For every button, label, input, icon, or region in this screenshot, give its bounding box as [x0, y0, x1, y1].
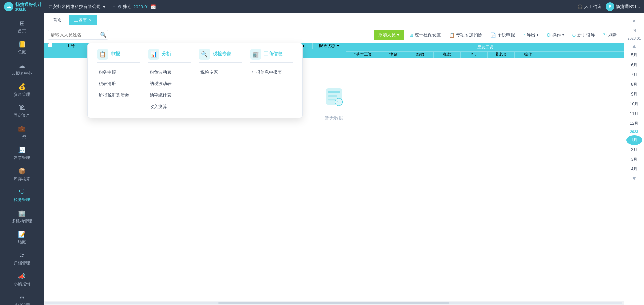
tab-home[interactable]: 首页 — [48, 15, 67, 25]
sidebar-item-fund-mgmt[interactable]: 💰 资金管理 — [0, 80, 44, 101]
tab-salary-label: 工资表 — [74, 17, 87, 23]
settings-icon[interactable]: ⚙ — [118, 4, 122, 9]
refresh-btn[interactable]: ↻ 刷新 — [600, 31, 620, 39]
sidebar-item-fixed-assets[interactable]: 🏗 固定资产 — [0, 101, 44, 122]
user-label: 畅捷通B组... — [616, 4, 640, 10]
cal-month-1-active[interactable]: 1月 — [626, 135, 642, 145]
sidebar-item-settlement[interactable]: 📝 结账 — [0, 227, 44, 249]
social-insurance-btn[interactable]: ⊞ 统一社保设置 — [407, 31, 444, 39]
assets-icon: 🏗 — [19, 104, 25, 111]
cal-month-8[interactable]: 8月 — [626, 80, 642, 89]
menu-item-tax-stats[interactable]: 纳税统计表 — [148, 89, 191, 101]
cal-month-12[interactable]: 12月 — [626, 119, 642, 128]
scrollbar-thumb[interactable] — [218, 302, 449, 304]
cal-month-6[interactable]: 6月 — [626, 60, 642, 70]
search-icon: 🔍 — [100, 32, 107, 38]
export-btn[interactable]: ↑ 导出 ▾ — [520, 31, 541, 39]
cal-month-7[interactable]: 7月 — [626, 70, 642, 80]
select-all-checkbox[interactable] — [48, 43, 52, 47]
deduct-label: 专项附加扣除 — [456, 32, 482, 38]
cal-month-3[interactable]: 3月 — [626, 155, 642, 164]
cal-month-2[interactable]: 2月 — [626, 145, 642, 155]
sidebar-label-fund-mgmt: 资金管理 — [14, 92, 30, 98]
menu-item-income-tax[interactable]: 所得税汇算清缴 — [97, 89, 140, 101]
cal-month-5[interactable]: 5月 — [626, 50, 642, 60]
app-subtitle: 旗舰版 — [15, 7, 42, 12]
th-deduct-label: 扣款 — [443, 52, 451, 58]
menu-item-tax-declare[interactable]: 税务申报 — [97, 67, 140, 78]
add-person-label: 添加人员 — [378, 32, 396, 38]
cloud-icon: ☁ — [19, 62, 25, 69]
content-area: 首页 工资表 × 🔍 添加人员 ▾ ⊞ 统一社保设置 📋 — [44, 13, 624, 305]
th-salary-group: 应发工资 *基本工资 津贴 绩效 扣款 合计 养老金 操作 — [346, 43, 624, 58]
calendar-nav-down[interactable]: ▼ — [630, 174, 638, 183]
sidebar-item-home[interactable]: ⊞ 首页 — [0, 16, 44, 37]
sidebar-item-basic-settings[interactable]: ⚙ 基础设置 — [0, 291, 44, 305]
archive-icon: 🗂 — [19, 252, 25, 259]
th-id: 工号 — [57, 43, 84, 49]
tab-salary[interactable]: 工资表 × — [69, 15, 97, 25]
sidebar-item-general-ledger[interactable]: 📒 总账 — [0, 37, 44, 59]
tax-report-btn[interactable]: 📄 个税申报 — [488, 31, 518, 39]
fenXi-icon: 📊 — [148, 49, 159, 60]
menu-item-income-calc[interactable]: 收入测算 — [148, 101, 191, 112]
gongShang-header: 🏢 工商信息 — [250, 49, 293, 63]
plus-icon[interactable]: ＋ — [112, 4, 116, 10]
sidebar-item-invoice[interactable]: 🧾 发票管理 — [0, 143, 44, 164]
tax-report-icon: 📄 — [490, 32, 496, 38]
cal-year-2023: 2023 — [630, 128, 638, 135]
sidebar-item-xiao-chang[interactable]: 📣 小畅报销 — [0, 269, 44, 291]
calendar-minimize-btn[interactable]: ⊡ — [630, 26, 639, 35]
avatar: B — [606, 2, 614, 11]
menu-item-tax-burden[interactable]: 税负波动表 — [148, 67, 191, 78]
shuiJian-header: 🔍 税检专家 — [199, 49, 242, 63]
tab-bar: 首页 工资表 × — [44, 13, 624, 27]
menu-item-annual-report[interactable]: 年报信息申报表 — [250, 67, 293, 78]
operation-icon: ⚙ — [546, 32, 551, 38]
guide-btn[interactable]: ⊙ 新手引导 — [569, 31, 598, 39]
gongShang-title: 工商信息 — [264, 51, 282, 57]
company-selector[interactable]: 西安虾米网络科技有限公司 ▾ — [46, 2, 108, 11]
menu-item-tax-wave[interactable]: 纳税波动表 — [148, 78, 191, 89]
search-input[interactable] — [51, 32, 98, 37]
th-checkbox[interactable] — [44, 43, 57, 47]
cal-month-10[interactable]: 10月 — [626, 99, 642, 109]
service-btn[interactable]: 🎧 人工咨询 — [577, 4, 602, 10]
th-id-label: 工号 — [67, 43, 75, 49]
th-deduct: 扣款 — [434, 52, 461, 58]
refresh-label: 刷新 — [608, 32, 617, 38]
menu-item-tax-table[interactable]: 税表清册 — [97, 78, 140, 89]
cal-month-9[interactable]: 9月 — [626, 89, 642, 99]
sidebar-label-archive: 归档管理 — [14, 260, 30, 266]
operation-btn[interactable]: ⚙ 操作 ▾ — [544, 31, 567, 39]
tab-close-icon[interactable]: × — [89, 18, 91, 23]
add-person-button[interactable]: 添加人员 ▾ — [374, 30, 404, 40]
export-icon: ↑ — [523, 32, 525, 38]
menu-item-tax-expert[interactable]: 税检专家 — [199, 67, 242, 78]
special-deduct-btn[interactable]: 📋 专项附加扣除 — [446, 31, 485, 39]
calendar-nav-up[interactable]: ▲ — [630, 42, 638, 50]
add-person-dropdown-arrow: ▾ — [397, 33, 399, 37]
payroll-icon: 💼 — [18, 125, 26, 132]
user-menu[interactable]: B 畅捷通B组... — [606, 2, 640, 11]
th-action: 操作 — [515, 52, 541, 58]
popup-section-shuiJian: 🔍 税检专家 税检专家 — [195, 49, 246, 112]
sidebar-item-inventory[interactable]: 📦 库存核算 — [0, 164, 44, 185]
sidebar-item-cloud-report[interactable]: ☁ 云报表中心 — [0, 59, 44, 80]
calendar-close-btn[interactable]: ✕ — [630, 16, 639, 26]
shenBao-icon: 📋 — [97, 49, 108, 60]
cal-month-11[interactable]: 11月 — [626, 109, 642, 119]
popup-sections: 📋 申报 税务申报 税表清册 所得税汇算清缴 📊 分析 税负波动表 纳税波动表 … — [93, 49, 297, 112]
xiao-chang-icon: 📣 — [18, 273, 26, 280]
sidebar-item-payroll[interactable]: 💼 工资 — [0, 122, 44, 143]
sidebar-item-multi-org[interactable]: 🏢 多机构管理 — [0, 206, 44, 227]
calendar-icon[interactable]: 📅 — [151, 4, 156, 9]
sidebar-item-tax-mgmt[interactable]: 🛡 税务管理 — [0, 185, 44, 206]
horizontal-scrollbar[interactable] — [44, 301, 624, 305]
cal-month-4[interactable]: 4月 — [626, 164, 642, 174]
popup-section-fenXi: 📊 分析 税负波动表 纳税波动表 纳税统计表 收入测算 — [144, 49, 195, 112]
ledger-icon: 📒 — [18, 41, 26, 48]
sidebar-item-archive[interactable]: 🗂 归档管理 — [0, 249, 44, 269]
popup-section-gongShang: 🏢 工商信息 年报信息申报表 — [246, 49, 297, 112]
company-dropdown-icon[interactable]: ▾ — [103, 4, 105, 9]
